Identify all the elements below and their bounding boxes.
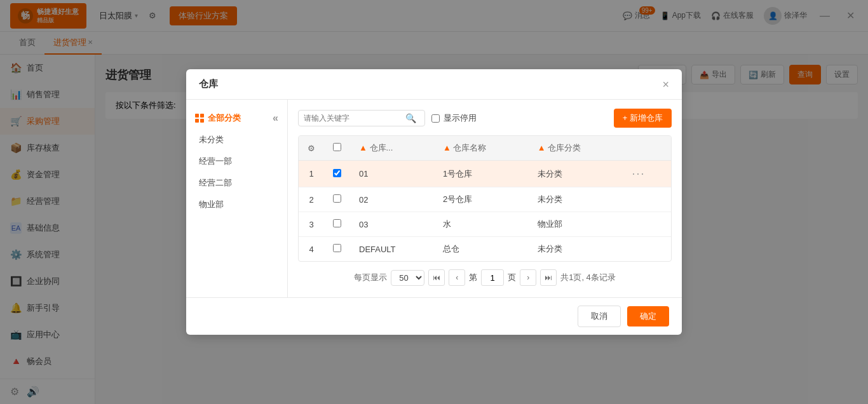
row-more[interactable]: ··· <box>623 161 671 187</box>
table-row: 4 DEFAULT 总仓 未分类 <box>299 237 671 262</box>
table-row: 2 02 2号仓库 未分类 <box>299 187 671 212</box>
warehouse-table-wrap: ⚙ ▲ 仓库... ▲ <box>298 135 672 262</box>
col-code-sort-icon: ▲ <box>359 143 367 152</box>
col-name-sort-icon: ▲ <box>443 143 451 152</box>
row-more-dots[interactable]: ··· <box>632 167 645 180</box>
row-code: DEFAULT <box>350 237 434 262</box>
category-item-property[interactable]: 物业部 <box>186 194 287 215</box>
grid-icon <box>195 114 204 123</box>
row-category: 物业部 <box>529 212 623 237</box>
row-category: 未分类 <box>529 237 623 262</box>
row-name: 1号仓库 <box>434 161 529 187</box>
row-code: 02 <box>350 187 434 212</box>
category-all-label[interactable]: 全部分类 <box>208 112 241 124</box>
row-name: 水 <box>434 212 529 237</box>
modal-close-button[interactable]: × <box>662 79 669 90</box>
show-disabled-checkbox-label[interactable]: 显示停用 <box>431 112 477 124</box>
category-item-unclassified[interactable]: 未分类 <box>186 129 287 151</box>
row-more[interactable] <box>623 237 671 262</box>
col-checkbox <box>324 136 350 161</box>
page-size-select[interactable]: 50 <box>391 270 424 286</box>
last-page-button[interactable]: ⏭ <box>540 269 557 286</box>
col-category: ▲ 仓库分类 <box>529 136 623 161</box>
category-item-dept1[interactable]: 经营一部 <box>186 151 287 172</box>
row-checkbox[interactable] <box>333 244 341 252</box>
row-gear-col: 2 <box>299 187 324 212</box>
modal-pagination: 每页显示 50 ⏮ ‹ 第 页 › ⏭ 共1页, 4条记录 <box>298 262 672 288</box>
col-gear: ⚙ <box>299 136 324 161</box>
row-gear-col: 4 <box>299 237 324 262</box>
modal-toolbar: 🔍 显示停用 + 新增仓库 <box>298 109 672 128</box>
row-category: 未分类 <box>529 161 623 187</box>
show-disabled-label: 显示停用 <box>444 112 477 124</box>
modal-body: 全部分类 « 未分类 经营一部 经营二部 物业部 🔍 <box>186 100 682 297</box>
table-row: 3 03 水 物业部 <box>299 212 671 237</box>
warehouse-table: ⚙ ▲ 仓库... ▲ <box>299 136 671 261</box>
prev-page-button[interactable]: ‹ <box>449 269 465 286</box>
page-total: 共1页, 4条记录 <box>560 272 616 283</box>
row-checkbox-col[interactable] <box>324 212 350 237</box>
row-name: 2号仓库 <box>434 187 529 212</box>
warehouse-tbody: 1 01 1号仓库 未分类 ··· 2 02 2号仓库 未分类 3 03 水 物… <box>299 161 671 262</box>
row-gear-col: 1 <box>299 161 324 187</box>
row-name: 总仓 <box>434 237 529 262</box>
modal-footer: 取消 确定 <box>186 297 682 335</box>
search-icon: 🔍 <box>405 113 416 123</box>
modal-category-sidebar: 全部分类 « 未分类 经营一部 经营二部 物业部 <box>186 100 288 297</box>
show-disabled-checkbox[interactable] <box>431 114 440 123</box>
search-input[interactable] <box>304 114 405 123</box>
row-checkbox-col[interactable] <box>324 161 350 187</box>
next-page-button[interactable]: › <box>520 269 536 286</box>
modal-header: 仓库 × <box>186 69 682 100</box>
page-number-input[interactable] <box>481 269 504 286</box>
row-more[interactable] <box>623 212 671 237</box>
row-gear-col: 3 <box>299 212 324 237</box>
search-box[interactable]: 🔍 <box>298 110 425 126</box>
cancel-button[interactable]: 取消 <box>578 306 621 327</box>
category-header: 全部分类 « <box>186 107 287 129</box>
sidebar-collapse-button[interactable]: « <box>273 112 278 124</box>
col-category-sort-icon: ▲ <box>538 143 546 152</box>
page-size-label: 每页显示 <box>354 272 387 283</box>
category-item-dept2[interactable]: 经营二部 <box>186 172 287 194</box>
row-category: 未分类 <box>529 187 623 212</box>
modal-right-content: 🔍 显示停用 + 新增仓库 ⚙ <box>288 100 682 297</box>
row-checkbox-col[interactable] <box>324 187 350 212</box>
row-code: 01 <box>350 161 434 187</box>
confirm-button[interactable]: 确定 <box>627 306 669 327</box>
row-checkbox[interactable] <box>333 169 341 177</box>
add-warehouse-button[interactable]: + 新增仓库 <box>614 109 672 128</box>
select-all-checkbox[interactable] <box>333 143 341 151</box>
page-label-prefix: 第 <box>469 272 477 283</box>
page-label: 页 <box>508 272 516 283</box>
modal-title: 仓库 <box>199 78 218 90</box>
first-page-button[interactable]: ⏮ <box>428 269 445 286</box>
row-checkbox[interactable] <box>333 219 341 227</box>
modal-overlay: 仓库 × 全部分类 « 未分类 经营一部 经营二部 物业部 <box>0 0 868 404</box>
warehouse-modal: 仓库 × 全部分类 « 未分类 经营一部 经营二部 物业部 <box>186 69 682 335</box>
col-code: ▲ 仓库... <box>350 136 434 161</box>
row-checkbox-col[interactable] <box>324 237 350 262</box>
col-actions <box>623 136 671 161</box>
row-more[interactable] <box>623 187 671 212</box>
col-name: ▲ 仓库名称 <box>434 136 529 161</box>
row-code: 03 <box>350 212 434 237</box>
table-header-row: ⚙ ▲ 仓库... ▲ <box>299 136 671 161</box>
row-checkbox[interactable] <box>333 194 341 203</box>
gear-icon[interactable]: ⚙ <box>308 144 315 153</box>
table-row: 1 01 1号仓库 未分类 ··· <box>299 161 671 187</box>
